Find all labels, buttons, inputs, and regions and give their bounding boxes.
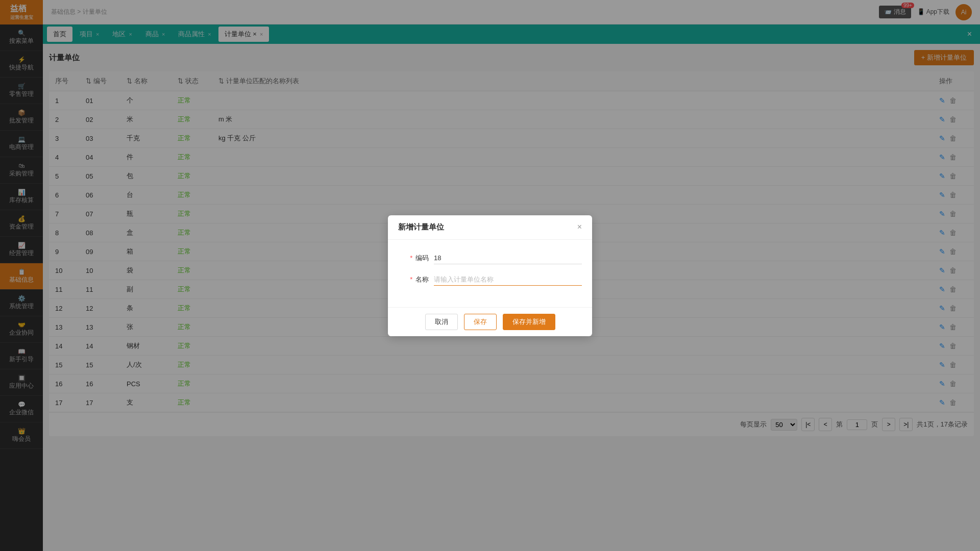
modal-close-button[interactable]: × — [577, 222, 582, 232]
modal-overlay[interactable]: 新增计量单位 × * 编码 * 名称 取消 保存 保存并新增 — [0, 0, 980, 551]
name-form-row: * 名称 — [398, 273, 582, 286]
code-input[interactable] — [434, 252, 582, 264]
save-button[interactable]: 保存 — [464, 314, 497, 330]
code-form-row: * 编码 — [398, 252, 582, 264]
save-new-button[interactable]: 保存并新增 — [503, 314, 555, 330]
modal-footer: 取消 保存 保存并新增 — [388, 307, 592, 336]
cancel-button[interactable]: 取消 — [425, 314, 458, 330]
modal-header: 新增计量单位 × — [388, 215, 592, 240]
modal-title: 新增计量单位 — [398, 222, 444, 232]
modal-body: * 编码 * 名称 — [388, 240, 592, 307]
name-label: * 名称 — [398, 275, 429, 284]
name-input[interactable] — [434, 273, 582, 286]
add-unit-modal: 新增计量单位 × * 编码 * 名称 取消 保存 保存并新增 — [388, 215, 592, 336]
code-label: * 编码 — [398, 254, 429, 263]
